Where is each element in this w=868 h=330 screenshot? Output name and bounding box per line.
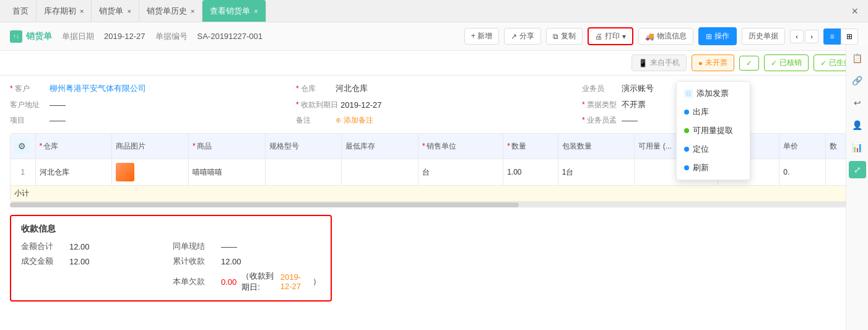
ticket-icon: ● (698, 59, 703, 67)
row-number: 1 (11, 159, 35, 186)
project-value: —— (50, 116, 66, 125)
salesperson2-label: 业务员孟 (582, 115, 619, 126)
gear-settings-icon[interactable]: ⚙ (14, 139, 29, 154)
dropdown-available-qty[interactable]: 可用量提取 (677, 121, 750, 140)
salesperson-value: 演示账号 (622, 83, 654, 94)
tab-view-sales[interactable]: 查看销货单 × (202, 0, 266, 22)
right-panel-icon-3[interactable]: ↩ (849, 94, 866, 111)
add-invoice-icon: □ (684, 89, 693, 98)
arrears-note: （收款到期日: (241, 271, 275, 293)
ticket-type-value: 不开票 (622, 99, 646, 110)
cumulative-value: 12.00 (221, 257, 241, 266)
transaction-item: 同单现结 —— (173, 241, 321, 252)
deal-amount-item: 成交金额 12.00 (21, 256, 169, 267)
table-scrollbar[interactable] (10, 202, 858, 207)
amount-total-item: 金额合计 12.00 (21, 241, 169, 252)
right-panel-icon-6[interactable]: ⤢ (849, 161, 866, 178)
doc-type-icon: ↑↓ (10, 30, 22, 43)
doc-meta: 单据日期 2019-12-27 单据编号 SA-20191227-001 (62, 31, 263, 42)
view-grid-btn[interactable]: ⊞ (841, 28, 858, 45)
toolbar: + 新增 ↗ 分享 ⧉ 复制 🖨 打印 ▾ 🚚 物流信息 (464, 27, 858, 45)
col-gear: ⚙ (11, 134, 35, 159)
address-row: 客户地址 —— (10, 99, 286, 110)
verified-icon: ✓ (771, 59, 777, 67)
col-spec: 规格型号 (265, 134, 342, 159)
payment-title: 收款信息 (21, 224, 321, 235)
cumulative-item: 累计收款 12.00 (173, 256, 321, 267)
dropdown-refresh[interactable]: 刷新 (677, 158, 750, 177)
col-min-stock: 最低库存 (342, 134, 419, 159)
due-date-value: 2019-12-27 (341, 100, 382, 110)
due-date-label: 收款到期日 (296, 100, 338, 110)
tab-sales-history-close[interactable]: × (191, 7, 194, 15)
tab-sales-history[interactable]: 销货单历史 × (139, 0, 202, 22)
right-panel-icon-4[interactable]: 👤 (849, 116, 866, 134)
address-value: —— (50, 100, 66, 110)
dropdown-menu: □ 添加发票 出库 可用量提取 定位 刷新 (676, 81, 750, 180)
subtotal-label: 小计 (11, 186, 857, 202)
effective-icon: ✓ (820, 59, 827, 67)
right-panel-icon-2[interactable]: 🔗 (849, 72, 866, 89)
print-button[interactable]: 🖨 打印 ▾ (588, 27, 633, 45)
print-dropdown-icon: ▾ (622, 32, 626, 41)
add-remark-btn[interactable]: ⊕ 添加备注 (336, 115, 373, 126)
history-button[interactable]: 历史单据 (742, 28, 785, 45)
nav-next[interactable]: › (805, 30, 818, 43)
nav-prev[interactable]: ‹ (790, 30, 804, 43)
col-warehouse: *仓库 (35, 134, 112, 159)
not-open-btn[interactable]: ● 未开票 (692, 54, 734, 71)
payment-grid: 金额合计 12.00 同单现结 —— 成交金额 12.00 累计收款 12.00 (21, 241, 321, 293)
status-bar: 📱 来自手机 ● 未开票 ✓ ✓ 已核销 ✓ 已生效 (0, 51, 868, 76)
dropdown-outbound[interactable]: 出库 (677, 103, 750, 121)
arrears-label: 本单欠款 (173, 276, 216, 287)
confirm-btn[interactable]: ✓ (739, 56, 759, 71)
product-image (116, 163, 134, 181)
window-close-button[interactable]: × (851, 5, 858, 18)
transaction-label: 同单现结 (173, 241, 216, 252)
warehouse-value: 河北仓库 (336, 83, 368, 94)
customer-label: 客户 (10, 84, 47, 94)
right-panel-icon-5[interactable]: 📊 (849, 139, 866, 156)
new-button[interactable]: + 新增 (464, 28, 499, 45)
row-warehouse: 河北仓库 (35, 159, 112, 186)
verified-btn[interactable]: ✓ 已核销 (764, 54, 809, 71)
right-panel-icon-1[interactable]: 📋 (849, 50, 866, 67)
arrears-end: ） (313, 276, 321, 287)
ops-icon: ⊞ (706, 32, 712, 41)
subtotal-row: 小计 (11, 186, 857, 202)
transaction-value: —— (221, 242, 237, 251)
available-qty-dot-icon (684, 128, 689, 133)
amount-total-value: 12.00 (69, 242, 90, 251)
confirm-icon: ✓ (746, 59, 752, 67)
dropdown-locate[interactable]: 定位 (677, 140, 750, 158)
remark-row: 备注 ⊕ 添加备注 (296, 115, 572, 126)
remark-label: 备注 (296, 115, 333, 126)
view-list-btn[interactable]: ≡ (823, 28, 841, 45)
share-button[interactable]: ↗ 分享 (504, 28, 541, 45)
ops-button[interactable]: ⊞ 操作 (698, 27, 737, 45)
arrears-date: 2019-12-27 (280, 272, 308, 291)
from-phone-btn[interactable]: 📱 来自手机 (631, 54, 687, 71)
col-image: 商品图片 (112, 134, 189, 159)
tab-sales[interactable]: 销货单 × (92, 0, 139, 22)
share-icon: ↗ (511, 32, 517, 41)
tab-home[interactable]: 首页 (5, 0, 37, 22)
tab-inventory[interactable]: 库存期初 × (37, 0, 92, 22)
dropdown-add-invoice[interactable]: □ 添加发票 (677, 84, 750, 103)
customer-value[interactable]: 柳州粤港平安气体有限公司 (50, 83, 146, 94)
row-product: 嘻嘻嘻嘻 (188, 159, 265, 186)
view-toggle: ≡ ⊞ (823, 28, 858, 45)
row-sales-unit: 台 (418, 159, 503, 186)
tab-inventory-close[interactable]: × (80, 7, 84, 15)
salesperson-label: 业务员 (582, 84, 619, 94)
col-qty: *数量 (503, 134, 558, 159)
row-min-stock (342, 159, 419, 186)
tab-sales-close[interactable]: × (127, 7, 131, 15)
amount-total-label: 金额合计 (21, 241, 64, 252)
copy-button[interactable]: ⧉ 复制 (546, 28, 583, 45)
cumulative-label: 累计收款 (173, 256, 216, 267)
tab-view-sales-close[interactable]: × (254, 7, 258, 15)
row-image (112, 159, 189, 186)
address-label: 客户地址 (10, 100, 47, 110)
logistics-button[interactable]: 🚚 物流信息 (638, 28, 693, 45)
